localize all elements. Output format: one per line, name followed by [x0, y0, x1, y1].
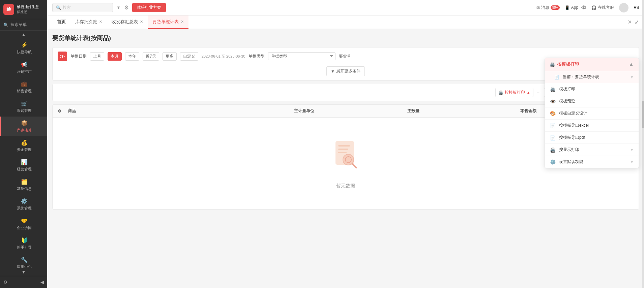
popup-title-label: 按模板打印: [557, 61, 579, 67]
purchase-icon: 🛒: [21, 100, 28, 107]
order-type-label: 单据类型: [248, 54, 265, 59]
expand-more-button[interactable]: ▼ 展开更多条件: [326, 66, 365, 76]
current-doc-icon: 📄: [554, 75, 559, 79]
sales-icon: 💼: [21, 81, 28, 87]
page-title: 要货单统计表(按商品): [52, 34, 639, 42]
display-print-arrow-icon: ▼: [630, 148, 634, 152]
sidebar-label-marketing: 营销推广: [17, 69, 32, 74]
trial-button[interactable]: 体验行业方案: [132, 3, 166, 12]
page-content: 要货单统计表(按商品) ≫ 单据日期 上月 本月 本年 近7天 更多 自定义 2…: [47, 29, 644, 288]
date-btn-last-month[interactable]: 上月: [90, 52, 104, 61]
main-content: 🔍 搜索 ▼ ⚙ 体验行业方案 ✉ 消息 99+ 📱 App下载 🎧 在线客服 …: [47, 0, 644, 288]
order-type-select[interactable]: 单据类型: [268, 52, 335, 60]
popup-item-template-preview[interactable]: 👁️ 模板预览: [545, 95, 639, 107]
service-icon: 🎧: [591, 5, 596, 10]
date-btn-7days[interactable]: 近7天: [143, 52, 159, 61]
print-icon: 🖨️: [498, 90, 503, 95]
user-avatar[interactable]: [619, 3, 628, 12]
sidebar-item-quick-nav[interactable]: ⚡ 快捷导航: [0, 38, 47, 58]
header-search[interactable]: 🔍 搜索: [52, 3, 113, 12]
default-func-icon: ⚙️: [550, 159, 556, 165]
sidebar-item-inventory[interactable]: 📦 库存核算: [0, 117, 47, 136]
popup-item-template-print[interactable]: 🖨️ 模板打印: [545, 83, 639, 95]
template-preview-label: 模板预览: [559, 98, 575, 104]
sidebar-item-marketing[interactable]: 📢 营销推广: [0, 58, 47, 77]
app-name: 畅捷通好生意: [17, 4, 39, 9]
app-download-button[interactable]: 📱 App下载: [565, 5, 586, 10]
date-btn-more[interactable]: 更多: [163, 52, 177, 61]
marketing-icon: 📢: [21, 61, 28, 68]
template-excel-icon: 📄: [550, 123, 556, 128]
window-close-icon[interactable]: ✕: [627, 19, 632, 25]
logo-icon: 通: [3, 4, 14, 15]
default-func-label: 设置默认功能: [559, 159, 583, 165]
sidebar-search[interactable]: 🔍 搜索菜单: [0, 19, 47, 31]
tab-batch-account-close[interactable]: ✕: [99, 20, 102, 24]
sidebar-item-apps[interactable]: 🔧 应用中心: [0, 253, 47, 268]
operations-icon: 📊: [21, 159, 28, 165]
filter-toggle-button[interactable]: ≫: [58, 52, 67, 61]
sidebar-label-system: 系统管理: [17, 206, 32, 211]
sidebar-item-collab[interactable]: 🤝 企业协同: [0, 214, 47, 234]
dropdown-arrow-icon[interactable]: ▼: [116, 5, 121, 10]
settings-col-icon[interactable]: ⚙: [58, 109, 61, 114]
sidebar-item-sales[interactable]: 💼 销售管理: [0, 77, 47, 97]
svg-rect-1: [338, 145, 350, 147]
tab-order-stats-close[interactable]: ✕: [181, 20, 184, 24]
sidebar-item-system[interactable]: ⚙️ 系统管理: [0, 195, 47, 214]
tab-home[interactable]: 首页: [52, 15, 70, 29]
popup-item-template-pdf[interactable]: 📄 按模板导出pdf: [545, 132, 639, 144]
sidebar-item-guide[interactable]: 🔰 新手引导: [0, 234, 47, 253]
template-excel-label: 按模板导出excel: [559, 123, 589, 128]
app-logo: 通 畅捷通好生意 标准版: [0, 0, 47, 19]
popup-print-icon: 🖨️: [550, 62, 555, 67]
sidebar-item-basic[interactable]: 🗂️ 基础信息: [0, 175, 47, 195]
popup-title: 🖨️ 按模板打印: [550, 61, 579, 67]
sidebar-item-operations[interactable]: 📊 经营管理: [0, 156, 47, 175]
settings-icon[interactable]: ⚙: [3, 280, 7, 285]
svg-rect-3: [338, 152, 347, 153]
print-dropdown-popup: 🖨️ 按模板打印 ▲ 📄 当前：要货单统计表 ▼ 🖨️ 模板打印 👁️ 模板预览…: [545, 58, 639, 168]
app-download-label: App下载: [571, 5, 586, 10]
popup-current-item[interactable]: 📄 当前：要货单统计表 ▼: [545, 71, 639, 83]
date-btn-this-year[interactable]: 本年: [125, 52, 139, 61]
basic-icon: 🗂️: [21, 179, 28, 185]
messages-button[interactable]: ✉ 消息 99+: [536, 5, 560, 10]
sidebar-item-purchase[interactable]: 🛒 采购管理: [0, 97, 47, 117]
template-print-label: 模板打印: [559, 86, 575, 92]
message-label: 消息: [541, 5, 549, 10]
settings-gear-icon[interactable]: ⚙: [124, 4, 129, 11]
template-print-icon: 🖨️: [550, 87, 556, 92]
sidebar-nav: ⚡ 快捷导航 📢 营销推广 💼 销售管理 🛒 采购管理 📦 库存核算 💰 资金管…: [0, 38, 47, 268]
sidebar-label-collab: 企业协同: [17, 225, 32, 230]
empty-icon: [329, 138, 362, 178]
print-template-button[interactable]: 🖨️ 按模板打印 ▲: [495, 88, 533, 97]
popup-item-template-custom[interactable]: 🎨 模板自定义设计: [545, 107, 639, 120]
tab-order-stats[interactable]: 要货单统计表 ✕: [148, 15, 188, 29]
sidebar-label-quick-nav: 快捷导航: [17, 50, 32, 55]
scrollbar-thumb[interactable]: [642, 101, 644, 128]
right-scrollbar[interactable]: [642, 0, 644, 288]
more-options-icon[interactable]: ···: [537, 90, 540, 95]
tab-receipt-summary-close[interactable]: ✕: [140, 20, 143, 24]
collapse-icon[interactable]: ◀: [40, 280, 44, 285]
finance-icon: 💰: [21, 139, 28, 146]
popup-item-default-func[interactable]: ⚙️ 设置默认功能 ▼: [545, 156, 639, 168]
sidebar: 通 畅捷通好生意 标准版 🔍 搜索菜单 ▲ ⚡ 快捷导航 📢 营销推广 💼 销售…: [0, 0, 47, 288]
date-btn-custom[interactable]: 自定义: [180, 52, 198, 61]
tab-receipt-summary[interactable]: 收发存汇总表 ✕: [107, 15, 148, 29]
guide-icon: 🔰: [21, 237, 28, 244]
popup-close-button[interactable]: ▲: [628, 61, 634, 67]
sidebar-item-finance[interactable]: 💰 资金管理: [0, 136, 47, 156]
col-qty-header: 主数量: [407, 108, 521, 114]
window-expand-icon[interactable]: ⤢: [635, 19, 639, 25]
scroll-up-btn[interactable]: ▲: [0, 31, 47, 38]
date-btn-this-month[interactable]: 本月: [108, 52, 122, 61]
sidebar-search-label: 搜索菜单: [10, 22, 27, 28]
service-label: 在线客服: [598, 5, 614, 10]
scroll-down-btn[interactable]: ▼: [0, 268, 47, 276]
popup-item-display-print[interactable]: 🖨️ 按显示打印 ▼: [545, 144, 639, 156]
tab-batch-account[interactable]: 库存批次账 ✕: [70, 15, 107, 29]
popup-item-template-excel[interactable]: 📄 按模板导出excel: [545, 120, 639, 132]
online-service-button[interactable]: 🎧 在线客服: [591, 5, 614, 10]
